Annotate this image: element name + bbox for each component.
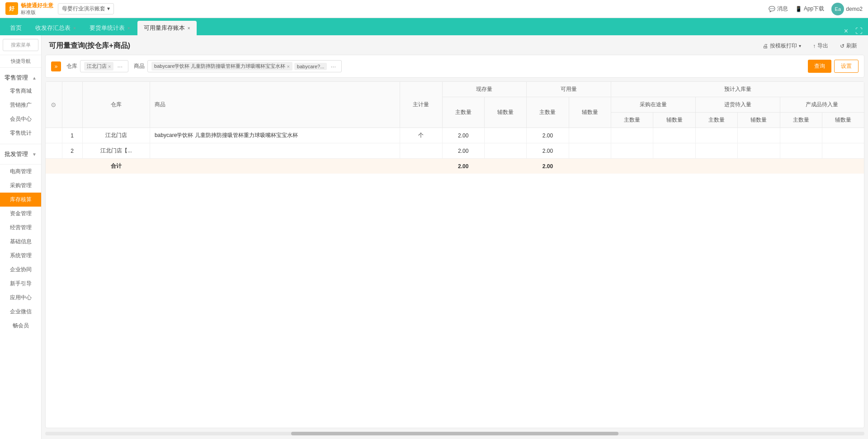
th-stock-sub: 辅数量	[484, 97, 526, 128]
close-available-stock-icon[interactable]: ×	[188, 26, 190, 31]
section-retail-label: 零售管理	[5, 74, 28, 82]
th-unit: 主计量	[400, 82, 442, 128]
th-available-group: 可用量	[527, 82, 611, 97]
nav-tabs: 首页 收发存汇总表 × 要货单统计表 × 可用量库存账本 × × ⛶	[0, 18, 868, 35]
footer-available-main: 2.00	[527, 159, 569, 174]
table-footer-row: 合计 2.00 2.00	[46, 159, 864, 174]
sidebar-item-member[interactable]: 会员中心	[0, 112, 41, 126]
cell-inbound-main-1	[695, 143, 737, 159]
cell-warehouse-1: 江北门店【...	[82, 143, 150, 159]
sidebar-item-vip[interactable]: 畅会员	[0, 319, 41, 333]
cell-production-main-0	[780, 128, 822, 143]
cell-available-sub-0	[569, 128, 611, 143]
cell-stock-sub-0	[484, 128, 526, 143]
cell-purchase-main-0	[611, 128, 653, 143]
export-btn[interactable]: ↑ 导出	[809, 41, 832, 51]
query-btn[interactable]: 查询	[808, 60, 831, 73]
cell-inbound-sub-1	[738, 143, 780, 159]
logo-text: 畅捷通好生意 标准版	[21, 2, 53, 16]
warehouse-filter: 仓库 江北门店 × ···	[66, 60, 128, 72]
cell-available-main-0: 2.00	[527, 128, 569, 143]
product-more-btn[interactable]: ···	[329, 63, 338, 70]
cell-settings-1	[46, 143, 62, 159]
sidebar-item-marketing[interactable]: 营销推广	[0, 98, 41, 112]
section-retail-header[interactable]: 零售管理 ▲	[0, 71, 41, 84]
user-info[interactable]: Ea demo2	[831, 3, 863, 15]
sidebar-item-retail-shop[interactable]: 零售商城	[0, 84, 41, 98]
fullscreen-btn[interactable]: ⛶	[854, 27, 864, 35]
message-icon: 💬	[769, 6, 775, 12]
nav-tabs-right: × ⛶	[842, 27, 864, 35]
cell-product-1	[150, 143, 400, 159]
sidebar-item-basic[interactable]: 基础信息	[0, 235, 41, 249]
close-order-stats-icon[interactable]: ×	[127, 26, 130, 31]
sidebar-item-retail-stats[interactable]: 零售统计	[0, 126, 41, 140]
cell-available-main-1: 2.00	[527, 143, 569, 159]
quick-nav-btn[interactable]: 快捷导航	[0, 55, 41, 68]
product-input[interactable]: babycare学饮杯 儿童防摔防撞吸管杯重力球吸嘴杯宝宝水杯 × babyca…	[147, 60, 342, 72]
table-row: 2 江北门店【... 2.00 2.00	[46, 143, 864, 159]
tab-home[interactable]: 首页	[4, 21, 28, 35]
sidebar-item-purchase[interactable]: 采购管理	[0, 179, 41, 193]
th-available-main: 主数量	[527, 97, 569, 128]
search-menu-btn[interactable]: 搜索菜单	[3, 39, 38, 51]
th-warehouse: 仓库	[82, 82, 150, 128]
warehouse-input[interactable]: 江北门店 × ···	[80, 60, 128, 72]
close-receipts-icon[interactable]: ×	[73, 26, 76, 31]
footer-label: 合计	[82, 159, 150, 174]
section-wholesale: 批发管理 ▼	[0, 144, 41, 165]
warehouse-tag: 江北门店 ×	[84, 62, 113, 71]
username: demo2	[846, 6, 863, 12]
industry-select[interactable]: 母婴行业演示账套 ▾	[58, 3, 114, 14]
export-icon: ↑	[813, 43, 816, 49]
sidebar-item-appstore[interactable]: 应用中心	[0, 291, 41, 305]
warehouse-more-btn[interactable]: ···	[115, 63, 124, 70]
th-purchase-main: 主数量	[611, 113, 653, 128]
tab-order-stats[interactable]: 要货单统计表 ×	[83, 21, 137, 35]
sidebar-item-inventory[interactable]: 库存核算	[0, 193, 41, 207]
column-settings-icon[interactable]: ⚙	[51, 101, 57, 109]
sidebar-item-enterprise[interactable]: 企业协同	[0, 263, 41, 277]
close-all-tabs-btn[interactable]: ×	[842, 27, 850, 35]
warehouse-remove-btn[interactable]: ×	[108, 64, 111, 69]
scrollbar-thumb[interactable]	[291, 432, 619, 435]
sidebar-item-finance[interactable]: 资金管理	[0, 207, 41, 221]
th-inbound-sub: 辅数量	[738, 113, 780, 128]
product-remove-btn[interactable]: ×	[287, 64, 289, 69]
sidebar-item-ecommerce[interactable]: 电商管理	[0, 165, 41, 179]
filter-actions: 查询 设置	[808, 60, 859, 73]
settings-btn[interactable]: 设置	[834, 60, 859, 73]
cell-production-sub-0	[822, 128, 864, 143]
user-avatar: Ea	[831, 3, 844, 15]
top-bar: 好 畅捷通好生意 标准版 母婴行业演示账套 ▾ 💬 消息 📱 App下载 Ea …	[0, 0, 868, 18]
cell-warehouse-0: 江北门店	[82, 128, 150, 143]
tab-receipts-label: 收发存汇总表	[35, 24, 71, 32]
cell-production-sub-1	[822, 143, 864, 159]
sidebar-item-guide[interactable]: 新手引导	[0, 277, 41, 291]
print-btn[interactable]: 🖨 按模板打印	[759, 41, 805, 51]
refresh-btn[interactable]: ↺ 刷新	[836, 41, 861, 51]
sidebar-item-system[interactable]: 系统管理	[0, 249, 41, 263]
cell-inbound-sub-0	[738, 128, 780, 143]
table-footer-scrollbar	[42, 428, 868, 439]
message-btn[interactable]: 💬 消息	[769, 5, 788, 13]
th-product: 商品	[150, 82, 400, 128]
th-inbound-group: 进货待入量	[695, 97, 780, 113]
filter-expand-btn[interactable]: »	[51, 61, 61, 71]
product-tag-value: babycare学饮杯 儿童防摔防撞吸管杯重力球吸嘴杯宝宝水杯	[154, 63, 285, 70]
th-stock-main: 主数量	[442, 97, 484, 128]
sidebar-item-wechat[interactable]: 企业微信	[0, 305, 41, 319]
tab-receipts[interactable]: 收发存汇总表 ×	[29, 21, 82, 35]
tab-available-stock[interactable]: 可用量库存账本 ×	[137, 21, 197, 35]
cell-production-main-1	[780, 143, 822, 159]
refresh-label: 刷新	[846, 42, 857, 50]
cell-unit-1	[400, 143, 442, 159]
cell-purchase-sub-1	[653, 143, 695, 159]
app-download-btn[interactable]: 📱 App下载	[795, 5, 824, 13]
sidebar-item-operations[interactable]: 经营管理	[0, 221, 41, 235]
warehouse-tag-value: 江北门店	[87, 63, 107, 70]
top-bar-right: 💬 消息 📱 App下载 Ea demo2	[769, 3, 863, 15]
sidebar-search-area: 搜索菜单	[0, 35, 41, 55]
section-wholesale-header[interactable]: 批发管理 ▼	[0, 148, 41, 160]
cell-settings-0	[46, 128, 62, 143]
